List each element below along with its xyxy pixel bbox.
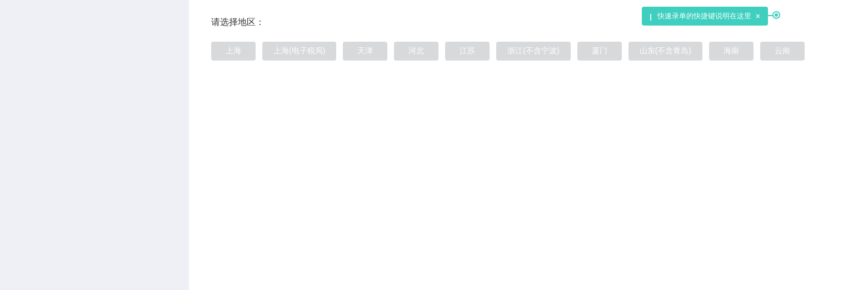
region-button-xiamen[interactable]: 厦门: [577, 42, 622, 61]
region-button-yunnan[interactable]: 云南: [760, 42, 805, 61]
region-button-shanghai-etax[interactable]: 上海(电子税局): [262, 42, 336, 61]
region-button-shandong[interactable]: 山东(不含青岛): [628, 42, 702, 61]
region-button-hebei[interactable]: 河北: [394, 42, 438, 61]
region-button-zhejiang[interactable]: 浙江(不含宁波): [496, 42, 570, 61]
sidebar: [0, 0, 189, 290]
tooltip-close-button[interactable]: ×: [756, 12, 760, 21]
tooltip-badge: 快速录单的快捷键说明在这里 ×: [642, 7, 768, 26]
region-button-jiangsu[interactable]: 江苏: [445, 42, 490, 61]
region-buttons-container: 上海上海(电子税局)天津河北江苏浙江(不含宁波)厦门山东(不含青岛)海南云南: [211, 42, 846, 61]
main-content: 请选择地区： 上海上海(电子税局)天津河北江苏浙江(不含宁波)厦门山东(不含青岛…: [189, 0, 868, 290]
region-button-hainan[interactable]: 海南: [709, 42, 754, 61]
tooltip-text: 快速录单的快捷键说明在这里: [657, 11, 751, 21]
tooltip-dot: [774, 12, 779, 18]
region-button-shanghai[interactable]: 上海: [211, 42, 256, 61]
region-button-tianjin[interactable]: 天津: [343, 42, 387, 61]
